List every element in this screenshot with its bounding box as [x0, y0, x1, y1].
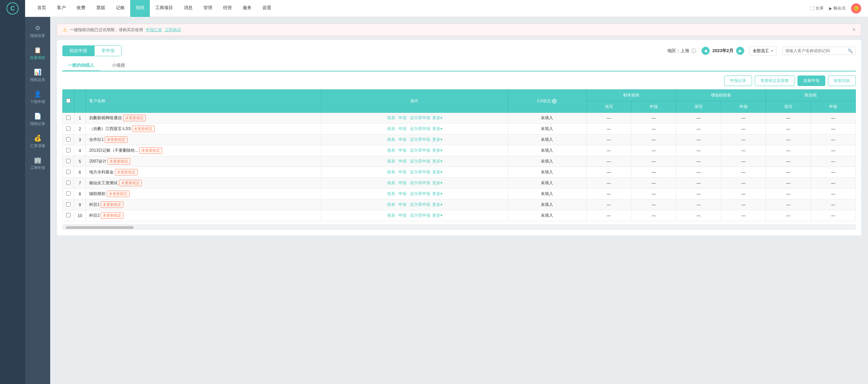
batch-declare-button[interactable]: 批量申报 — [797, 76, 825, 86]
row-col-5: — — [811, 189, 855, 199]
op-zero-declare[interactable]: 设为零申报 — [410, 191, 430, 196]
tab-general-taxpayer[interactable]: 一般的纳税人 — [62, 60, 100, 71]
logo-text: C — [11, 5, 15, 12]
nav-messages[interactable]: 消息 — [178, 0, 198, 17]
op-declare[interactable]: 申报 — [398, 213, 407, 218]
row-checkbox[interactable] — [66, 213, 71, 217]
row-checkbox[interactable] — [66, 148, 71, 152]
member-button[interactable]: ▶ 畅会员 — [829, 5, 846, 11]
op-tax-table[interactable]: 税表 — [387, 180, 395, 185]
op-more[interactable]: 更多▾ — [432, 115, 442, 120]
op-zero-declare[interactable]: 设为零申报 — [410, 126, 430, 131]
op-zero-declare[interactable]: 设为零申报 — [410, 159, 430, 164]
update-tax-button[interactable]: 更新税定及取数 — [755, 76, 795, 86]
user-avatar[interactable]: 😊 — [851, 3, 861, 14]
op-more[interactable]: 更多▾ — [432, 191, 442, 196]
nav-operations[interactable]: 经营 — [218, 0, 237, 17]
row-checkbox[interactable] — [66, 202, 71, 207]
sidebar-item-settlement[interactable]: 💰 汇算清缴 — [25, 130, 50, 152]
sidebar-item-personal-tax[interactable]: 👤 个税申报 — [25, 86, 50, 108]
nav-service[interactable]: 服务 — [237, 0, 257, 17]
op-more[interactable]: 更多▾ — [432, 137, 442, 142]
op-more[interactable]: 更多▾ — [432, 148, 442, 153]
row-checkbox[interactable] — [66, 159, 71, 163]
row-checkbox[interactable] — [66, 115, 71, 120]
sidebar-item-batch-tax[interactable]: 📋 批量报税 — [25, 42, 50, 64]
search-icon[interactable]: 🔍 — [848, 48, 853, 53]
nav-bookkeeping[interactable]: 记账 — [111, 0, 130, 17]
op-declare[interactable]: 申报 — [398, 115, 407, 120]
nav-home[interactable]: 首页 — [32, 0, 52, 17]
op-declare[interactable]: 申报 — [398, 180, 407, 185]
op-declare[interactable]: 申报 — [398, 202, 407, 207]
op-tax-table[interactable]: 税表 — [387, 213, 395, 218]
date-prev-button[interactable]: ◀ — [702, 47, 710, 55]
notice-link-buy[interactable]: 立即购买 — [165, 27, 181, 33]
row-checkbox[interactable] — [66, 137, 71, 142]
notice-link-declaration[interactable]: 申报汇签 — [146, 27, 162, 33]
op-zero-declare[interactable]: 设为零申报 — [410, 180, 430, 185]
op-tax-table[interactable]: 税表 — [387, 126, 395, 131]
ca-info-icon[interactable]: C — [552, 99, 557, 104]
date-next-button[interactable]: ▶ — [736, 47, 744, 55]
op-declare[interactable]: 申报 — [398, 159, 407, 164]
op-more[interactable]: 更多▾ — [432, 202, 442, 207]
nav-business[interactable]: 工商项目 — [150, 0, 178, 17]
op-declare[interactable]: 申报 — [398, 191, 407, 196]
notice-close-button[interactable]: × — [852, 27, 855, 33]
op-declare[interactable]: 申报 — [398, 148, 407, 153]
op-zero-declare[interactable]: 设为零申报 — [410, 170, 430, 174]
tab-small-scale[interactable]: 小规模 — [106, 60, 131, 71]
nav-management[interactable]: 管理 — [198, 0, 218, 17]
nav-settings[interactable]: 设置 — [257, 0, 277, 17]
row-checkbox[interactable] — [66, 191, 71, 196]
region-info-icon[interactable]: i — [691, 48, 696, 53]
op-tax-table[interactable]: 税表 — [387, 148, 395, 153]
name-sort-icon[interactable]: ▼ — [107, 99, 110, 103]
sidebar-item-tax-records[interactable]: 📄 报税记录 — [25, 108, 50, 130]
staff-selector[interactable]: 全部员工 ▼ — [750, 46, 777, 56]
op-declare[interactable]: 申报 — [398, 170, 407, 174]
search-input[interactable] — [785, 48, 846, 53]
op-zero-declare[interactable]: 设为零申报 — [410, 137, 430, 142]
op-tax-table[interactable]: 税表 — [387, 170, 395, 174]
op-tax-table[interactable]: 税表 — [387, 115, 395, 120]
declaration-records-button[interactable]: 申报记录 — [724, 76, 752, 86]
sidebar-item-annual-report[interactable]: 🏢 工商年报 — [25, 152, 50, 174]
op-tax-table[interactable]: 税表 — [387, 159, 395, 164]
op-zero-declare[interactable]: 设为零申报 — [410, 115, 430, 120]
nav-tax[interactable]: 报税 — [130, 0, 150, 17]
retrieve-receipt-button[interactable]: 收取回执 — [828, 76, 856, 86]
region-selector[interactable]: 地区：上海 i — [667, 48, 696, 54]
fullscreen-button[interactable]: ⛶ 全屏 — [810, 5, 824, 11]
sidebar-item-label: 报税记录 — [30, 121, 45, 126]
row-checkbox[interactable] — [66, 180, 71, 185]
nav-customer[interactable]: 客户 — [52, 0, 71, 17]
op-more[interactable]: 更多▾ — [432, 126, 442, 131]
nav-billing[interactable]: 收费 — [71, 0, 91, 17]
nav-invoice[interactable]: 票据 — [91, 0, 111, 17]
op-tax-table[interactable]: 税表 — [387, 191, 395, 196]
op-declare[interactable]: 申报 — [398, 137, 407, 142]
row-checkbox[interactable] — [66, 170, 71, 174]
op-tax-table[interactable]: 税表 — [387, 137, 395, 142]
op-tax-table[interactable]: 税表 — [387, 202, 395, 207]
op-more[interactable]: 更多▾ — [432, 213, 442, 218]
scroll-bar[interactable] — [62, 225, 856, 230]
tab-zero-declaration[interactable]: 零申报 — [94, 45, 122, 56]
row-ca: 未填入 — [508, 145, 586, 156]
tab-tax-declaration[interactable]: 税款申报 — [62, 45, 94, 56]
action-row: 申报记录 更新税定及取数 批量申报 收取回执 — [62, 76, 856, 86]
select-all-checkbox[interactable] — [66, 99, 71, 103]
op-declare[interactable]: 申报 — [398, 126, 407, 131]
sidebar-item-tax-settings[interactable]: ⚙ 报税设置 — [25, 20, 50, 42]
scroll-thumb[interactable] — [66, 226, 134, 229]
sidebar-item-tax-overview[interactable]: 📊 报税总览 — [25, 64, 50, 86]
op-zero-declare[interactable]: 设为零申报 — [410, 213, 430, 218]
row-checkbox[interactable] — [66, 126, 71, 131]
op-more[interactable]: 更多▾ — [432, 159, 442, 164]
op-zero-declare[interactable]: 设为零申报 — [410, 202, 430, 207]
op-zero-declare[interactable]: 设为零申报 — [410, 148, 430, 153]
op-more[interactable]: 更多▾ — [432, 170, 442, 174]
op-more[interactable]: 更多▾ — [432, 180, 442, 185]
